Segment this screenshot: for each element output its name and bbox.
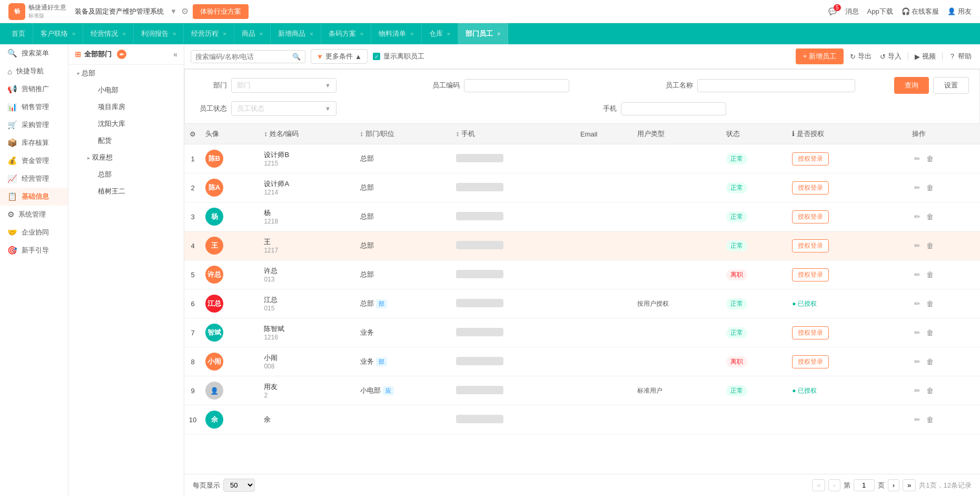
sidebar-item-快捷导航[interactable]: ⌂快捷导航 — [0, 62, 68, 80]
sidebar-item-销售管理[interactable]: 📊销售管理 — [0, 98, 68, 116]
tree-node-toggle[interactable] — [87, 87, 96, 93]
sidebar-item-营销推广[interactable]: 📢营销推广 — [0, 80, 68, 98]
show-resigned-checkbox[interactable]: ✓ — [373, 53, 380, 60]
filter-dept-select[interactable]: 部门 ▼ — [231, 78, 336, 93]
view-button[interactable]: ▶ 视频 — [913, 52, 938, 61]
search-input-wrap[interactable]: 🔍 — [191, 50, 305, 63]
tab-close-icon[interactable]: × — [410, 31, 413, 37]
delete-button[interactable]: 🗑 — [924, 414, 936, 425]
edit-button[interactable]: ✏ — [912, 182, 923, 193]
tree-node[interactable]: 小电部 — [68, 82, 184, 99]
app-download[interactable]: App下载 — [867, 7, 893, 16]
row-auth[interactable]: 授权登录 — [788, 202, 889, 231]
tab-close-icon[interactable]: × — [447, 31, 450, 37]
tab-close-icon[interactable]: × — [260, 31, 263, 37]
search-input[interactable] — [195, 53, 290, 61]
show-resigned-toggle[interactable]: ✓ 显示离职员工 — [373, 52, 424, 61]
sidebar-item-经营管理[interactable]: 📈经营管理 — [0, 170, 68, 188]
col-dept[interactable]: ↕ 部门/职位 — [356, 124, 452, 144]
tree-node-toggle[interactable]: ▾ — [77, 71, 80, 76]
auth-button[interactable]: 授权登录 — [792, 355, 829, 368]
message-icon[interactable]: 💬 5 — [828, 7, 837, 15]
delete-button[interactable]: 🗑 — [924, 269, 936, 280]
auth-button[interactable]: 授权登录 — [792, 152, 829, 166]
tab-close-icon[interactable]: × — [310, 31, 313, 37]
tree-node[interactable]: 沈阳大库 — [68, 115, 184, 132]
edit-button[interactable]: ✏ — [912, 153, 923, 164]
auth-button[interactable]: 授权登录 — [792, 326, 829, 339]
tree-node[interactable]: 项目库房 — [68, 99, 184, 115]
last-page-button[interactable]: » — [903, 479, 916, 491]
nav-tab[interactable]: 利润报告× — [134, 23, 184, 44]
nav-tab[interactable]: 仓库× — [422, 23, 458, 44]
edit-button[interactable]: ✏ — [912, 298, 923, 309]
nav-tab[interactable]: 经营情况× — [83, 23, 133, 44]
tab-close-icon[interactable]: × — [173, 31, 176, 37]
edit-button[interactable]: ✏ — [912, 327, 923, 338]
settings-icon[interactable]: ⚙ — [181, 6, 189, 16]
tree-node[interactable]: 植树王二 — [68, 183, 184, 200]
edit-button[interactable]: ✏ — [912, 385, 923, 396]
help-button[interactable]: ？ 帮助 — [947, 52, 974, 61]
nav-tab[interactable]: 部门员工× — [458, 23, 508, 44]
filter-status-select[interactable]: 员工状态 ▼ — [231, 101, 336, 116]
collapse-tree-button[interactable]: « — [173, 50, 177, 59]
filter-phone-input[interactable] — [621, 102, 726, 115]
tree-node[interactable]: ▾ 总部 — [68, 65, 184, 82]
export-button[interactable]: ↻ 导出 — [848, 52, 874, 61]
tree-node-toggle[interactable] — [87, 138, 96, 144]
user-avatar[interactable]: 👤 用友 — [947, 7, 972, 16]
row-auth[interactable]: 授权登录 — [788, 173, 889, 202]
auth-button[interactable]: 授权登录 — [792, 239, 829, 252]
query-button[interactable]: 查询 — [894, 77, 929, 94]
filter-empcode-input[interactable] — [464, 79, 569, 92]
edit-button[interactable]: ✏ — [912, 240, 923, 251]
tab-close-icon[interactable]: × — [360, 31, 363, 37]
online-service[interactable]: 🎧 在线客服 — [902, 7, 939, 16]
sidebar-item-新手引导[interactable]: 🎯新手引导 — [0, 241, 68, 259]
delete-button[interactable]: 🗑 — [924, 182, 936, 193]
edit-button[interactable]: ✏ — [912, 414, 923, 425]
tree-node-toggle[interactable] — [87, 172, 96, 178]
tab-close-icon[interactable]: × — [122, 31, 125, 37]
tree-node-toggle[interactable] — [87, 104, 96, 110]
next-page-button[interactable]: › — [888, 479, 899, 491]
nav-tab[interactable]: 首页 — [4, 23, 33, 44]
edit-button[interactable]: ✏ — [912, 269, 923, 280]
first-page-button[interactable]: « — [812, 479, 825, 491]
tree-node-toggle[interactable]: ▸ — [87, 155, 90, 161]
edit-button[interactable]: ✏ — [912, 356, 923, 367]
sidebar-item-搜索菜单[interactable]: 🔍搜索菜单 — [0, 44, 68, 62]
delete-button[interactable]: 🗑 — [924, 385, 936, 396]
nav-tab[interactable]: 物料清单× — [371, 23, 421, 44]
tree-node-toggle[interactable] — [87, 121, 96, 127]
nav-tab[interactable]: 商品× — [234, 23, 271, 44]
tree-node[interactable]: ▸ 双座想 — [68, 149, 184, 166]
tab-close-icon[interactable]: × — [497, 31, 500, 37]
tree-node[interactable]: 总部 — [68, 166, 184, 183]
delete-button[interactable]: 🗑 — [924, 298, 936, 309]
tab-close-icon[interactable]: × — [223, 31, 226, 37]
delete-button[interactable]: 🗑 — [924, 356, 936, 367]
tab-close-icon[interactable]: × — [72, 31, 75, 37]
col-settings[interactable]: ⚙ — [184, 124, 201, 144]
col-name[interactable]: ↕ 姓名/编码 — [260, 124, 355, 144]
nav-tab[interactable]: 新增商品× — [271, 23, 321, 44]
row-auth[interactable]: 授权登录 — [788, 231, 889, 260]
auth-button[interactable]: 授权登录 — [792, 210, 829, 223]
tree-node[interactable]: 配货 — [68, 132, 184, 149]
filter-empname-input[interactable] — [697, 79, 855, 92]
auth-button[interactable]: 授权登录 — [792, 268, 829, 281]
delete-button[interactable]: 🗑 — [924, 211, 936, 222]
row-auth[interactable]: 授权登录 — [788, 260, 889, 289]
edit-button[interactable]: ✏ — [912, 211, 923, 222]
nav-tab[interactable]: 客户联络× — [33, 23, 83, 44]
filter-more-button[interactable]: ▼ 更多条件 ▲ — [311, 49, 368, 64]
prev-page-button[interactable]: ‹ — [828, 479, 840, 491]
import-button[interactable]: ↺ 导入 — [878, 52, 904, 61]
row-auth[interactable]: 授权登录 — [788, 144, 889, 173]
row-auth[interactable]: 授权登录 — [788, 318, 889, 347]
add-employee-button[interactable]: + 新增员工 — [796, 48, 844, 64]
delete-button[interactable]: 🗑 — [924, 327, 936, 338]
col-phone[interactable]: ↕ 手机 — [452, 124, 576, 144]
